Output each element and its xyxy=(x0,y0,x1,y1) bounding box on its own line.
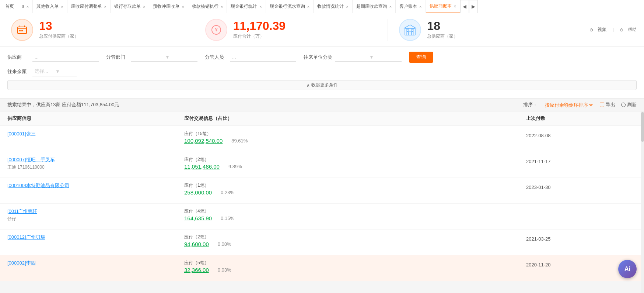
nav-tab-customer-ledger[interactable]: 客户账本 × xyxy=(396,0,426,13)
sort-select[interactable]: 按应付余额倒序排序 xyxy=(543,102,594,108)
nav-tab-bank-deposit-close[interactable]: × xyxy=(143,4,145,9)
category-dropdown[interactable]: ▼ xyxy=(335,53,402,62)
category-chevron-icon: ▼ xyxy=(369,54,399,60)
filter-category-label: 往来单位分类 xyxy=(304,54,332,61)
scrollbar-thumb[interactable] xyxy=(641,112,644,142)
nav-tab-customer-ledger-close[interactable]: × xyxy=(419,4,421,9)
help-icon: ⊙ xyxy=(620,27,623,32)
trans-percentage: 0.23% xyxy=(221,190,234,195)
table-header: 供应商信息 应付交易信息（占比） 上次付数 xyxy=(0,111,644,126)
nav-tab-other-income-close[interactable]: × xyxy=(61,4,63,9)
ai-button[interactable]: Ai xyxy=(618,260,637,278)
trans-amount[interactable]: 100,092,540.00 xyxy=(184,138,223,144)
supplier-input[interactable] xyxy=(32,53,99,62)
nav-tab-supplier-ledger[interactable]: 供应商账本 × xyxy=(426,0,460,13)
nav-tab-cash-flow-query-label: 现金银行流水查询 xyxy=(270,3,305,10)
stat-total-suppliers-number: 18 xyxy=(427,20,571,32)
supplier-name-link[interactable]: [000007]恒旺二手叉车 xyxy=(7,156,184,163)
nav-tab-3-close[interactable]: × xyxy=(27,4,29,9)
nav-next-arrow[interactable]: ▶ xyxy=(469,0,478,13)
filter-category: 往来单位分类 ▼ xyxy=(304,53,402,62)
table-row: [000100]本特勤油品有限公司 应付（1笔） 258,000.00 0.23… xyxy=(0,178,644,204)
video-link[interactable]: 视频 xyxy=(598,27,606,33)
trans-amount[interactable]: 11,051,486.00 xyxy=(184,163,220,170)
export-button[interactable]: 导出 xyxy=(600,101,615,108)
sort-label: 排序： xyxy=(523,101,538,108)
last-payment-cell: 2022-08-08 xyxy=(526,131,637,138)
svg-rect-10 xyxy=(412,30,413,30)
trans-amount[interactable]: 164,635.90 xyxy=(184,215,212,221)
nav-tab-cash-bank-stat-close[interactable]: × xyxy=(259,4,262,9)
nav-tab-prepay-charge-close[interactable]: × xyxy=(182,4,184,9)
trans-percentage: 0.15% xyxy=(221,216,234,221)
supplier-cell: [000100]本特勤油品有限公司 xyxy=(7,182,184,189)
export-label: 导出 xyxy=(606,101,615,108)
trans-label: 应付（2笔） xyxy=(184,156,526,163)
last-payment-cell: 2021-11-17 xyxy=(526,156,637,164)
svg-rect-8 xyxy=(409,31,412,35)
search-button[interactable]: 查询 xyxy=(409,52,433,63)
supplier-contact: 仔仔 xyxy=(7,216,184,222)
balance-chevron-icon: ▼ xyxy=(55,69,74,74)
help-link[interactable]: 帮助 xyxy=(628,27,637,33)
nav-tab-receipt-stat[interactable]: 收款情况统计 × xyxy=(314,0,352,13)
col-trans-info: 应付交易信息（占比） xyxy=(184,115,526,122)
svg-rect-2 xyxy=(21,30,23,31)
filter-department-label: 分管部门 xyxy=(106,54,128,61)
ai-label: Ai xyxy=(624,266,630,272)
filter-area: 供应商 分管部门 ▼ 分管人员 往来单位分类 ▼ 查询 xyxy=(0,46,644,99)
refresh-label: 刷新 xyxy=(627,101,637,108)
stat-payable-amount-icon: ¥ xyxy=(205,19,227,41)
nav-tab-ar-ap-adjust-close[interactable]: × xyxy=(104,4,106,9)
balance-dropdown-value: 选择... xyxy=(35,68,54,75)
nav-tab-receipt-verify-close[interactable]: × xyxy=(221,4,223,9)
svg-text:¥: ¥ xyxy=(215,27,218,32)
nav-tab-overdue-ar-close[interactable]: × xyxy=(389,4,392,9)
scrollbar[interactable] xyxy=(641,111,644,281)
trans-label: 应付（15笔） xyxy=(184,131,526,137)
nav-tab-receipt-stat-close[interactable]: × xyxy=(346,4,348,9)
supplier-table: 供应商信息 应付交易信息（占比） 上次付数 [000001]张三 应付（15笔）… xyxy=(0,111,644,281)
trans-amount[interactable]: 94,600.00 xyxy=(184,241,209,247)
table-row: [001]广州荣轩 仔仔 应付（4笔） 164,635.90 0.15% xyxy=(0,204,644,230)
nav-prev-arrow[interactable]: ◀ xyxy=(460,0,469,13)
trans-cell: 应付（15笔） 100,092,540.00 89.61% xyxy=(184,131,526,144)
nav-tab-receipt-verify[interactable]: 收款核销执行 × xyxy=(188,0,227,13)
table-row: [000001]张三 应付（15笔） 100,092,540.00 89.61%… xyxy=(0,126,644,152)
supplier-name-link[interactable]: [000012]广州贝瑞 xyxy=(7,234,184,241)
svg-rect-11 xyxy=(407,31,408,32)
supplier-name-link[interactable]: [000002]李四 xyxy=(7,260,184,266)
nav-tab-home[interactable]: 首页 xyxy=(1,0,18,13)
last-payment-date: 2021-11-17 xyxy=(526,156,637,164)
supplier-name-link[interactable]: [000001]张三 xyxy=(7,131,184,137)
nav-tab-other-income[interactable]: 其他收入单 × xyxy=(33,0,67,13)
nav-tab-3-label: 3 xyxy=(22,4,24,9)
refresh-button[interactable]: 刷新 xyxy=(621,101,637,108)
nav-tab-cash-bank-stat[interactable]: 现金银行统计 × xyxy=(227,0,266,13)
trans-amount[interactable]: 258,000.00 xyxy=(184,189,212,196)
supplier-name-link[interactable]: [001]广州荣轩 xyxy=(7,208,184,215)
filter-department: 分管部门 ▼ xyxy=(106,53,197,62)
trans-amount[interactable]: 32,366.00 xyxy=(184,267,209,273)
nav-tab-supplier-ledger-close[interactable]: × xyxy=(454,4,456,8)
col-supplier-info: 供应商信息 xyxy=(7,115,184,122)
stat-total-suppliers: 18 总供应商（家） xyxy=(388,19,582,41)
filter-supplier-label: 供应商 xyxy=(7,54,29,61)
trans-cell: 应付（2笔） 11,051,486.00 9.89% xyxy=(184,156,526,170)
table-row: [000002]李四 应付（5笔） 32,366.00 0.03% 2020-1… xyxy=(0,255,644,281)
supplier-name-link[interactable]: [000100]本特勤油品有限公司 xyxy=(7,182,184,189)
balance-dropdown[interactable]: 选择... ▼ xyxy=(32,66,77,76)
collapse-button[interactable]: ∧ 收起更多条件 xyxy=(7,80,637,90)
person-input[interactable] xyxy=(230,53,296,62)
nav-tab-3[interactable]: 3 × xyxy=(18,0,33,13)
department-dropdown[interactable]: ▼ xyxy=(131,53,197,62)
nav-tab-cash-flow-query-close[interactable]: × xyxy=(307,4,309,9)
nav-tab-overdue-ar[interactable]: 超期应收款查询 × xyxy=(353,0,396,13)
filter-balance: 往来余额 选择... ▼ xyxy=(7,66,81,76)
nav-tab-cash-flow-query[interactable]: 现金银行流水查询 × xyxy=(266,0,314,13)
nav-tab-prepay-charge[interactable]: 预收冲应收单 × xyxy=(149,0,188,13)
nav-tab-ar-ap-adjust[interactable]: 应收应付调整单 × xyxy=(67,0,111,13)
filter-person: 分管人员 xyxy=(205,53,296,62)
filter-supplier: 供应商 xyxy=(7,53,99,62)
nav-tab-bank-deposit[interactable]: 银行存取款单 × xyxy=(111,0,149,13)
